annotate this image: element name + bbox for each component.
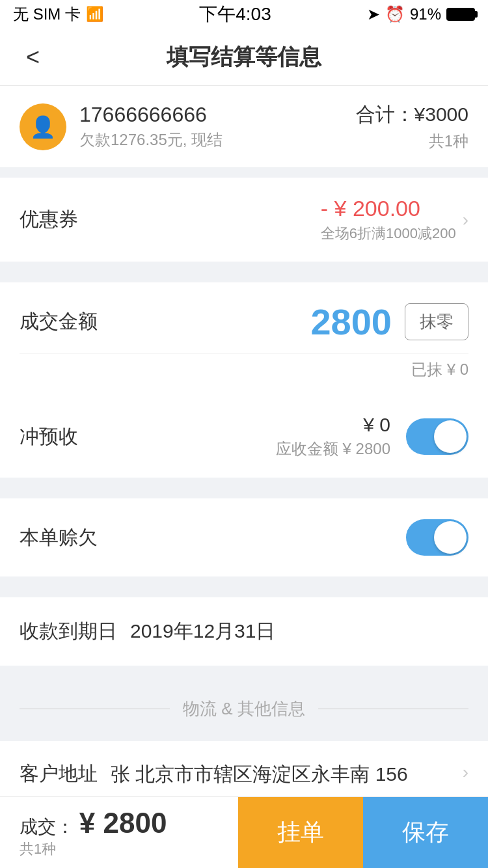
- coupon-desc: 全场6折满1000减200: [321, 224, 456, 243]
- section-divider-5: [0, 731, 488, 741]
- save-button[interactable]: 保存: [363, 797, 488, 869]
- customer-right: 合计：¥3000 共1种: [356, 102, 468, 152]
- section-divider-4: [0, 676, 488, 686]
- coupon-right-info: - ¥ 200.00 全场6折满1000减200: [321, 196, 456, 243]
- hold-button[interactable]: 挂单: [238, 797, 363, 869]
- prepay-toggle[interactable]: [406, 418, 468, 455]
- divider-line-right: [318, 709, 468, 709]
- prepay-label: 冲预收: [20, 424, 78, 450]
- amount-sub: 已抹 ¥ 0: [20, 354, 468, 396]
- section-divider-2: [0, 488, 488, 498]
- due-date-label: 收款到期日: [20, 618, 117, 645]
- status-time: 下午4:03: [199, 2, 271, 27]
- debt-section: 本单赊欠: [0, 498, 488, 576]
- debt-toggle[interactable]: [406, 519, 468, 556]
- logistics-divider: 物流 & 其他信息: [0, 689, 488, 728]
- prepay-toggle-thumb: [434, 420, 467, 453]
- debt-label: 本单赊欠: [20, 524, 98, 551]
- section-divider-3: [0, 587, 488, 597]
- battery-icon: [446, 8, 475, 21]
- divider-line-left: [20, 709, 170, 709]
- prepay-row: 冲预收 ¥ 0 应收金额 ¥ 2800: [20, 396, 468, 478]
- status-right: ➤ ⏰ 91%: [367, 5, 475, 23]
- section-divider-1: [0, 272, 488, 282]
- debt-row: 本单赊欠: [20, 498, 468, 576]
- coupon-chevron: ›: [463, 210, 468, 230]
- due-date-row: 收款到期日 2019年12月31日: [0, 597, 488, 666]
- prepay-sub: 应收金额 ¥ 2800: [276, 439, 390, 459]
- customer-sub: 欠款1276.35元, 现结: [79, 129, 223, 150]
- amount-label: 成交金额: [20, 308, 98, 335]
- customer-left: 👤 17666666666 欠款1276.35元, 现结: [20, 103, 223, 150]
- coupon-row[interactable]: 优惠券 - ¥ 200.00 全场6折满1000减200 ›: [0, 178, 488, 262]
- footer-amount: ¥ 2800: [79, 807, 167, 839]
- footer-amount-row: 成交： ¥ 2800: [20, 807, 219, 839]
- debt-toggle-thumb: [434, 521, 467, 554]
- back-button[interactable]: <: [20, 37, 46, 77]
- round-button[interactable]: 抹零: [405, 303, 468, 340]
- status-left: 无 SIM 卡 📶: [13, 4, 103, 25]
- prepay-right: ¥ 0 应收金额 ¥ 2800: [276, 414, 468, 459]
- amount-value: 2800: [310, 304, 392, 340]
- amount-row: 成交金额 2800 抹零: [20, 282, 468, 354]
- address-key: 客户地址: [20, 759, 98, 787]
- page-title: 填写结算等信息: [167, 42, 321, 72]
- coupon-discount: - ¥ 200.00: [321, 196, 456, 221]
- customer-count: 共1种: [356, 131, 468, 152]
- address-chevron: ›: [463, 759, 468, 783]
- wifi-icon: 📶: [86, 6, 103, 23]
- customer-info: 17666666666 欠款1276.35元, 现结: [79, 103, 223, 150]
- footer: 成交： ¥ 2800 共1种 挂单 保存: [0, 796, 488, 868]
- battery-text: 91%: [410, 5, 441, 23]
- customer-phone: 17666666666: [79, 103, 223, 127]
- amount-right: 2800 抹零: [310, 303, 468, 340]
- prepay-values: ¥ 0 应收金额 ¥ 2800: [276, 414, 390, 459]
- alarm-icon: ⏰: [385, 5, 405, 23]
- amount-section: 成交金额 2800 抹零 已抹 ¥ 0 冲预收 ¥ 0 应收金额 ¥ 2800: [0, 282, 488, 478]
- nav-bar: < 填写结算等信息: [0, 29, 488, 86]
- footer-amount-label: 成交：: [20, 817, 74, 837]
- status-bar: 无 SIM 卡 📶 下午4:03 ➤ ⏰ 91%: [0, 0, 488, 29]
- divider-text: 物流 & 其他信息: [183, 698, 305, 720]
- customer-card: 👤 17666666666 欠款1276.35元, 现结 合计：¥3000 共1…: [0, 86, 488, 167]
- footer-count: 共1种: [20, 839, 219, 859]
- coupon-label: 优惠券: [20, 206, 78, 233]
- coupon-right: - ¥ 200.00 全场6折满1000减200 ›: [321, 196, 468, 243]
- due-date-value: 2019年12月31日: [130, 618, 275, 645]
- location-icon: ➤: [367, 5, 380, 23]
- content-area: 👤 17666666666 欠款1276.35元, 现结 合计：¥3000 共1…: [0, 86, 488, 868]
- carrier-text: 无 SIM 卡: [13, 4, 81, 25]
- prepay-amount: ¥ 0: [276, 414, 390, 436]
- avatar: 👤: [20, 103, 66, 150]
- footer-left: 成交： ¥ 2800 共1种: [0, 807, 238, 859]
- customer-total: 合计：¥3000: [356, 102, 468, 128]
